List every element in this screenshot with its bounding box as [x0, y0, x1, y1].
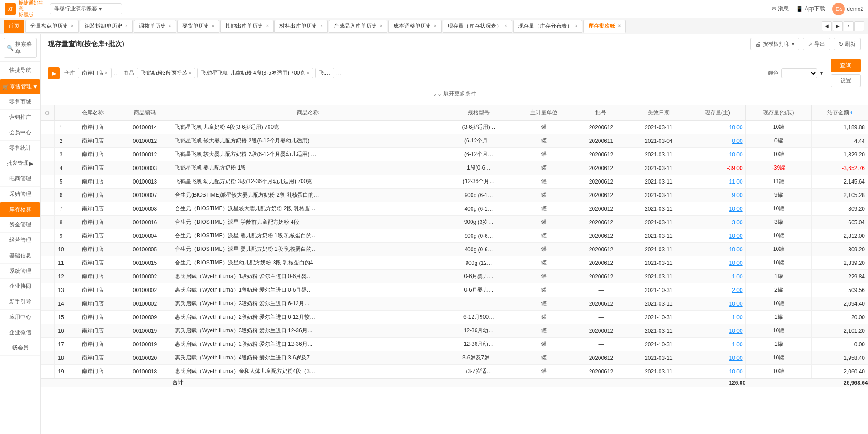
tab-close-9[interactable]: × — [505, 24, 507, 28]
col-expire: 失效日期 — [628, 105, 689, 121]
cell-qty-main-7[interactable]: 3.00 — [689, 216, 745, 229]
sidebar-item-retail-stats[interactable]: 零售统计 — [0, 141, 40, 156]
sidebar-item-member[interactable]: 畅会员 — [0, 340, 40, 356]
cell-qty-main-18[interactable]: 10.00 — [689, 365, 745, 379]
product-tag-0[interactable]: 飞鹤奶粉3段两提装 × — [137, 68, 196, 78]
warehouse-more-dots[interactable]: … — [113, 70, 119, 76]
tab-9[interactable]: 现存量（库存状况表） × — [443, 20, 512, 33]
cell-qty-main-0[interactable]: 10.00 — [689, 121, 745, 134]
sidebar-item-retail-mgmt[interactable]: 🛒 零售管理 ▼ — [0, 79, 40, 94]
product-tag-more[interactable]: 飞… — [315, 68, 334, 78]
tab-11[interactable]: 库存批次账 × — [583, 20, 626, 33]
print-btn[interactable]: 🖨 按模板打印 ▾ — [750, 38, 799, 50]
sidebar-item-basic-info[interactable]: 基础信息 — [0, 248, 40, 264]
warehouse-tag[interactable]: 南岸门店 × — [78, 68, 112, 78]
sidebar-item-inventory[interactable]: 库存核算 — [0, 202, 40, 217]
sidebar-item-operations[interactable]: 经营管理 — [0, 233, 40, 248]
sidebar-item-system[interactable]: 系统管理 — [0, 264, 40, 279]
cell-qty-main-4[interactable]: 11.00 — [689, 175, 745, 189]
cell-qty-main-1[interactable]: 0.00 — [689, 134, 745, 148]
user-profile[interactable]: Ea demo2 — [832, 3, 863, 15]
cell-qty-main-2[interactable]: 10.00 — [689, 148, 745, 161]
tab-close-all-btn[interactable]: × — [844, 21, 854, 31]
sidebar-quick-nav[interactable]: 快捷导航 — [0, 62, 40, 79]
color-select[interactable] — [781, 68, 817, 78]
tab-2[interactable]: 组装拆卸单历史 × — [80, 20, 133, 33]
tab-close-7[interactable]: × — [380, 24, 382, 28]
sidebar-item-ecommerce[interactable]: 电商管理 — [0, 171, 40, 187]
export-btn[interactable]: ↗ 导出 — [803, 38, 830, 50]
cell-qty-main-15[interactable]: 10.00 — [689, 324, 745, 338]
sidebar-item-enterprise-collab[interactable]: 企业协同 — [0, 279, 40, 294]
tab-close-5[interactable]: × — [266, 24, 269, 28]
expand-more-conditions[interactable]: ⌄⌄ 展开更多条件 — [48, 87, 861, 100]
sidebar-item-enterprise-wechat[interactable]: 企业微信 — [0, 325, 40, 340]
product-tag-1[interactable]: 飞鹤星飞帆 儿童奶粉 4段(3-6岁适用) 700克 × — [197, 68, 313, 78]
account-selector[interactable]: 母婴行业演示账套 ▾ — [50, 3, 122, 14]
tab-close-3[interactable]: × — [169, 24, 171, 28]
product-tag-1-close[interactable]: × — [307, 71, 309, 75]
product-more-dots[interactable]: … — [336, 70, 341, 76]
app-download-btn[interactable]: 📱 App下载 — [796, 5, 825, 13]
setting-btn[interactable]: 设置 — [831, 74, 861, 87]
sidebar-item-marketing[interactable]: 营销推广 — [0, 110, 40, 125]
cell-code-8: 00100004 — [118, 229, 172, 243]
tab-5[interactable]: 其他出库单历史 × — [220, 20, 274, 33]
tab-close-10[interactable]: × — [575, 24, 578, 28]
tab-close-4[interactable]: × — [212, 24, 215, 28]
tab-close-2[interactable]: × — [125, 24, 128, 28]
cell-balance-3: -3,652.76 — [812, 161, 868, 175]
cell-qty-main-16[interactable]: 1.00 — [689, 338, 745, 351]
settings-icon[interactable]: ⚙ — [44, 109, 50, 117]
tab-prev-btn[interactable]: ◀ — [822, 21, 832, 31]
tab-close-11[interactable]: × — [618, 24, 621, 28]
sidebar-item-wholesale[interactable]: 批发管理 ▶ — [0, 156, 40, 171]
cell-qty-main-13[interactable]: 10.00 — [689, 297, 745, 311]
tab-close-1[interactable]: × — [71, 24, 74, 28]
refresh-btn[interactable]: ↻ 刷新 — [834, 38, 861, 50]
tab-4[interactable]: 要货单历史 × — [177, 20, 220, 33]
sidebar-item-retail-shop[interactable]: 零售商城 — [0, 94, 40, 110]
cell-qty-main-9[interactable]: 10.00 — [689, 243, 745, 256]
filter-expand-btn[interactable]: ▶ — [48, 67, 60, 79]
tab-1[interactable]: 分量盘点单历史 × — [25, 20, 79, 33]
cell-qty-main-14[interactable]: 1.00 — [689, 311, 745, 324]
tab-6[interactable]: 材料出库单历史 × — [274, 20, 328, 33]
cell-warehouse-7: 南岸门店 — [68, 216, 118, 229]
sidebar-item-member-center[interactable]: 会员中心 — [0, 125, 40, 141]
cell-qty-main-12[interactable]: 2.00 — [689, 283, 745, 297]
tab-close-8[interactable]: × — [434, 24, 437, 28]
tab-7[interactable]: 产成品入库单历史 × — [329, 20, 387, 33]
sidebar-search[interactable]: 🔍 搜索菜单 — [0, 34, 40, 62]
query-btn[interactable]: 查询 — [831, 59, 861, 72]
sidebar-item-purchase[interactable]: 采购管理 — [0, 187, 40, 202]
tab-8[interactable]: 成本调整单历史 × — [388, 20, 442, 33]
tab-next-btn[interactable]: ▶ — [833, 21, 843, 31]
tab-3[interactable]: 调拨单历史 × — [134, 20, 176, 33]
cell-qty-main-17[interactable]: 10.00 — [689, 351, 745, 365]
cell-code-17: 00100020 — [118, 351, 172, 365]
cell-qty-main-5[interactable]: 9.00 — [689, 189, 745, 202]
cell-qty-main-11[interactable]: 1.00 — [689, 270, 745, 283]
col-settings[interactable]: ⚙ — [41, 105, 54, 121]
logo-area: 好 畅捷通好生意 标题版 — [5, 0, 45, 18]
cell-settings-9 — [41, 243, 54, 256]
product-tag-0-close[interactable]: × — [189, 71, 192, 75]
cell-qty-main-8[interactable]: 10.00 — [689, 229, 745, 243]
message-btn[interactable]: ✉ 消息 — [772, 5, 789, 13]
tab-menu-btn[interactable]: ⋯ — [854, 21, 864, 31]
cell-qty-main-6[interactable]: 10.00 — [689, 202, 745, 216]
cell-qty-main-3[interactable]: -39.00 — [689, 161, 745, 175]
sidebar-item-finance[interactable]: 资金管理 — [0, 217, 40, 233]
sidebar-item-guide[interactable]: 新手引导 — [0, 294, 40, 310]
cell-unit-0: 罐 — [514, 121, 574, 134]
sidebar-item-app-center[interactable]: 应用中心 — [0, 310, 40, 325]
tab-close-6[interactable]: × — [320, 24, 323, 28]
cell-index-6: 7 — [54, 202, 68, 216]
cell-qty-main-10[interactable]: 10.00 — [689, 256, 745, 270]
tab-home[interactable]: 首页 — [4, 20, 24, 33]
tab-10[interactable]: 现存量（库存分布表） × — [513, 20, 583, 33]
cell-balance-15: 2,101.20 — [812, 324, 868, 338]
warehouse-tag-close[interactable]: × — [105, 71, 108, 75]
search-menu-box[interactable]: 🔍 搜索菜单 — [4, 38, 37, 58]
